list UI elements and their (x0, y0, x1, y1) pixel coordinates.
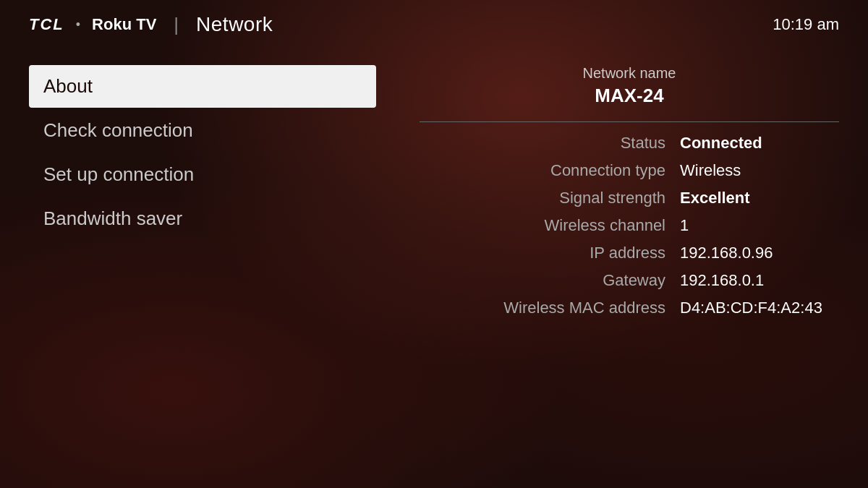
info-label-4: IP address (477, 244, 665, 262)
info-value-4: 192.168.0.96 (680, 244, 839, 262)
info-label-2: Signal strength (477, 189, 665, 207)
left-menu: AboutCheck connectionSet up connectionBa… (29, 58, 376, 459)
header-left: TCL • Roku TV | Network (29, 13, 273, 36)
page-title: Network (196, 13, 273, 36)
info-value-6: D4:AB:CD:F4:A2:43 (680, 299, 839, 317)
info-label-5: Gateway (477, 271, 665, 290)
info-row-0: StatusConnected (420, 134, 839, 153)
clock: 10:19 am (773, 15, 839, 34)
network-name-section: Network name MAX-24 (420, 65, 839, 107)
network-name-label: Network name (420, 65, 839, 82)
menu-item-1[interactable]: Check connection (29, 109, 376, 152)
info-row-2: Signal strengthExcellent (420, 189, 839, 207)
info-label-0: Status (477, 134, 665, 153)
info-row-4: IP address192.168.0.96 (420, 244, 839, 262)
pipe-separator: | (174, 14, 179, 36)
roku-logo: Roku TV (92, 15, 156, 34)
menu-item-2[interactable]: Set up connection (29, 153, 376, 196)
info-label-1: Connection type (477, 161, 665, 180)
header: TCL • Roku TV | Network 10:19 am (0, 0, 868, 43)
info-value-3: 1 (680, 216, 839, 235)
menu-item-0[interactable]: About (29, 65, 376, 108)
info-row-5: Gateway192.168.0.1 (420, 271, 839, 290)
section-divider (420, 121, 839, 122)
info-value-5: 192.168.0.1 (680, 271, 839, 290)
network-name-value: MAX-24 (420, 85, 839, 107)
menu-item-3[interactable]: Bandwidth saver (29, 197, 376, 240)
info-row-6: Wireless MAC addressD4:AB:CD:F4:A2:43 (420, 299, 839, 317)
info-value-0: Connected (680, 134, 839, 153)
main-content: AboutCheck connectionSet up connectionBa… (0, 43, 868, 488)
info-table: StatusConnectedConnection typeWirelessSi… (420, 134, 839, 317)
info-row-1: Connection typeWireless (420, 161, 839, 180)
dot-separator: • (76, 17, 80, 33)
info-value-1: Wireless (680, 161, 839, 180)
right-panel: Network name MAX-24 StatusConnectedConne… (420, 58, 839, 459)
info-label-3: Wireless channel (477, 216, 665, 235)
info-label-6: Wireless MAC address (477, 299, 665, 317)
info-value-2: Excellent (680, 189, 839, 207)
info-row-3: Wireless channel1 (420, 216, 839, 235)
tcl-logo: TCL (29, 15, 64, 34)
